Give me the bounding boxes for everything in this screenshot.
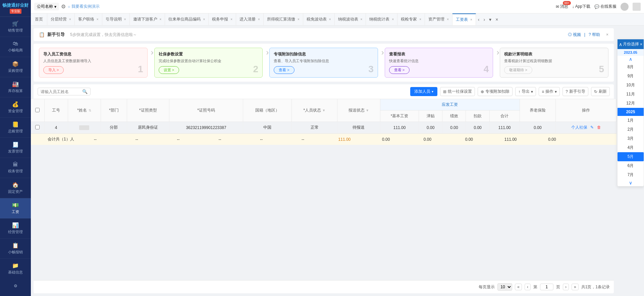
- tab-taxexpert[interactable]: 税检专家 ×: [397, 13, 425, 26]
- tab-taxstat2-close[interactable]: ×: [392, 17, 394, 21]
- tab-assetmgmt[interactable]: 资产管理 ×: [425, 13, 452, 26]
- month-item-2[interactable]: 2月: [618, 125, 644, 134]
- row-checkbox-cell[interactable]: [31, 122, 44, 133]
- month-panel-prev-btn[interactable]: ∧: [618, 56, 644, 62]
- month-panel-close[interactable]: ×: [640, 42, 642, 47]
- tab-assetmgmt-close[interactable]: ×: [447, 17, 449, 21]
- step-5-btn[interactable]: 敬请期待 >: [504, 66, 532, 74]
- step-1-action[interactable]: 导入 >: [43, 66, 64, 74]
- step-5-action[interactable]: 敬请期待 >: [504, 66, 532, 74]
- page-number-input[interactable]: [540, 284, 553, 290]
- tab-clearance[interactable]: 进入清册 ×: [236, 13, 264, 26]
- sidebar-item-inventory[interactable]: 🏭 库存核算: [0, 77, 31, 97]
- guide-close-btn[interactable]: ×: [606, 32, 608, 37]
- month-panel-up-btn[interactable]: ∧: [619, 42, 622, 47]
- select-all-checkbox[interactable]: [35, 108, 40, 112]
- step-2-action[interactable]: 设置 >: [159, 66, 179, 74]
- step-4-action[interactable]: 查看 >: [389, 66, 410, 74]
- tab-invite[interactable]: 邀请下游客户 ×: [130, 13, 165, 26]
- app-download-button[interactable]: ↓ App下载: [572, 4, 590, 9]
- step-2-btn[interactable]: 设置 >: [159, 66, 179, 74]
- page-size-select[interactable]: 10 20 50: [497, 283, 512, 291]
- user-menu[interactable]: [633, 3, 641, 11]
- sidebar-item-accounting[interactable]: 📒 总账管理: [0, 118, 31, 138]
- month-item-3[interactable]: 3月: [618, 134, 644, 143]
- tab-partition-close[interactable]: ×: [69, 17, 71, 21]
- month-item-10[interactable]: 10月: [618, 81, 644, 90]
- settings-gear-icon[interactable]: ⚙: [61, 3, 66, 10]
- tab-taxexempt-close[interactable]: ×: [329, 17, 331, 21]
- tab-payroll[interactable]: 工资表 ×: [452, 13, 476, 26]
- select-all-header[interactable]: [31, 99, 44, 122]
- month-item-8[interactable]: 8月: [618, 62, 644, 72]
- last-page-btn[interactable]: »: [572, 284, 579, 290]
- tab-customer-close[interactable]: ×: [97, 17, 99, 21]
- refresh-btn[interactable]: ↻ 刷新: [591, 87, 610, 96]
- tab-nav-right[interactable]: ›: [481, 17, 487, 22]
- month-panel-year-2025[interactable]: 2025: [618, 108, 644, 116]
- add-person-button[interactable]: 添加人员 ▾: [410, 87, 437, 96]
- tab-taxstat2[interactable]: 纳税统计表 ×: [366, 13, 397, 26]
- social-settings-btn[interactable]: ⊞ 统一社保设置: [440, 87, 475, 96]
- tab-clearance-close[interactable]: ×: [258, 17, 260, 21]
- step-4-btn[interactable]: 查看 >: [389, 66, 410, 74]
- company-selector[interactable]: 公司名称 ▾: [34, 3, 59, 10]
- tab-taxcalc-close[interactable]: ×: [298, 17, 300, 21]
- user-avatar[interactable]: [621, 3, 629, 11]
- sidebar-item-sales[interactable]: 🛒 销售管理: [0, 17, 31, 37]
- tab-list-btn[interactable]: ▾: [487, 17, 493, 22]
- sidebar-item-invoice[interactable]: 🧾 发票管理: [0, 138, 31, 158]
- tab-taxcalc[interactable]: 所得税汇算清缴 ×: [264, 13, 303, 26]
- tab-taxexpert-close[interactable]: ×: [419, 17, 421, 21]
- reportstatus-header[interactable]: 报送状态 ▼: [337, 99, 380, 122]
- sidebar-item-payroll[interactable]: 💵 工资: [0, 198, 31, 218]
- row-delete-action[interactable]: 🗑: [597, 125, 601, 130]
- guide-help-link[interactable]: ? 帮助: [589, 32, 600, 38]
- search-input[interactable]: [41, 89, 81, 94]
- name-header[interactable]: *姓名 ⇅: [68, 99, 101, 122]
- tab-supplier-close[interactable]: ×: [203, 17, 205, 21]
- row-social-action[interactable]: 个人社保: [571, 125, 587, 130]
- month-item-4[interactable]: 4月: [618, 143, 644, 152]
- row-edit-action[interactable]: ✎: [590, 125, 594, 130]
- tab-partition[interactable]: 分层经营 ×: [47, 13, 75, 26]
- month-item-11[interactable]: 11月: [618, 90, 644, 99]
- month-item-7[interactable]: 7月: [618, 170, 644, 179]
- export-btn[interactable]: ↑ 导出 ▾: [515, 87, 536, 96]
- sidebar-bottom[interactable]: ⚙: [0, 276, 31, 296]
- tab-guide-close[interactable]: ×: [124, 17, 126, 21]
- guide-action-btn[interactable]: ? 新手引导: [562, 87, 588, 96]
- online-service-button[interactable]: 💬 在线客服: [594, 4, 616, 9]
- tab-invite-close[interactable]: ×: [160, 17, 162, 21]
- status-header[interactable]: *人员状态 ▼: [292, 99, 337, 122]
- tab-nav-left[interactable]: ‹: [476, 17, 482, 22]
- sidebar-item-ecommerce[interactable]: 🛍 小畅电商: [0, 37, 31, 57]
- month-item-9[interactable]: 9月: [618, 72, 644, 81]
- row-checkbox[interactable]: [35, 125, 40, 129]
- step-1-btn[interactable]: 导入 >: [43, 66, 64, 74]
- step-3-btn[interactable]: 查看 >: [274, 66, 294, 74]
- next-page-btn[interactable]: ›: [563, 284, 569, 290]
- tab-taxreport[interactable]: 税务申报 ×: [209, 13, 236, 26]
- tab-taxstat[interactable]: 纳税波动表 ×: [335, 13, 366, 26]
- tab-payroll-close[interactable]: ×: [470, 18, 472, 22]
- first-page-btn[interactable]: «: [515, 284, 522, 290]
- sidebar-item-operations[interactable]: 📊 经营管理: [0, 218, 31, 239]
- month-item-12[interactable]: 12月: [618, 99, 644, 108]
- demo-link[interactable]: ○ 我要看实例演示: [68, 4, 100, 9]
- guide-video-link[interactable]: ◎ 视频: [568, 32, 581, 38]
- tab-taxstat-close[interactable]: ×: [361, 17, 363, 21]
- tab-guide[interactable]: 引导说明 ×: [102, 13, 130, 26]
- sidebar-item-basic[interactable]: 📁 基础信息: [0, 259, 31, 276]
- sidebar-item-expense[interactable]: 📋 小畅报销: [0, 239, 31, 259]
- month-panel-next-btn[interactable]: ∨: [618, 179, 644, 186]
- tab-taxreport-close[interactable]: ×: [230, 17, 232, 21]
- sidebar-item-tax[interactable]: 🏛 税务管理: [0, 158, 31, 178]
- sidebar-item-purchase[interactable]: 📦 采购管理: [0, 57, 31, 77]
- prev-page-btn[interactable]: ‹: [525, 284, 531, 290]
- special-deduction-btn[interactable]: ⊕ 专项附加扣除: [478, 87, 513, 96]
- step-3-action[interactable]: 查看 >: [274, 66, 294, 74]
- sidebar-item-finance[interactable]: 💰 资金管理: [0, 97, 31, 118]
- month-item-5[interactable]: 5月: [618, 152, 644, 161]
- tab-close-all-btn[interactable]: ×: [493, 17, 500, 22]
